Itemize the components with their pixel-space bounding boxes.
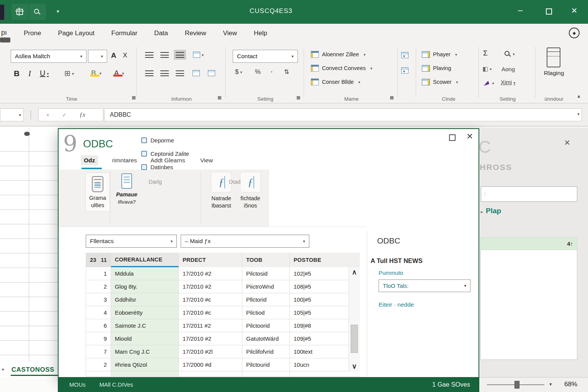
table-scrollbar[interactable]: ∧ ∨ — [348, 267, 360, 371]
font-size-combo[interactable]: ▾ — [88, 50, 107, 63]
enter-icon[interactable]: ✓ — [62, 112, 67, 118]
align-bottom-button[interactable] — [174, 50, 186, 60]
column-header-postobe[interactable]: POSTOBE — [290, 253, 360, 267]
zoom-slider-handle[interactable] — [514, 381, 519, 389]
table-row[interactable]: 4 Eoboerétty 17/2010 #c Pilctiod 105|#5 — [86, 306, 360, 319]
autosum-icon[interactable]: Σ — [483, 49, 488, 57]
table-row[interactable]: 2 #hriea Qtizol 17/2000 #d Pilctourid 10… — [86, 358, 360, 371]
cancel-icon[interactable]: × — [46, 112, 49, 118]
table-row[interactable]: 6 Saimote J.C 17/2011 #2 Pilctoorid 109|… — [86, 319, 360, 332]
align-middle-button[interactable] — [158, 50, 171, 60]
bold-button[interactable]: B — [14, 69, 20, 78]
dialog-tab-home[interactable]: Odz — [81, 155, 98, 165]
dialog-launcher-icon[interactable] — [218, 96, 221, 100]
manage-menu-item[interactable]: Datinbes — [141, 160, 189, 174]
shrink-font-button[interactable]: X — [123, 52, 127, 59]
percent-button[interactable]: % — [255, 68, 261, 76]
table-row[interactable]: 9 Mioold 17/2010 #2 GatutotWárd 109|#5 — [86, 332, 360, 345]
quick-access-dropdown-icon[interactable]: ▾ — [57, 8, 59, 14]
maximize-button[interactable] — [546, 8, 552, 15]
index-header[interactable]: 23 11 — [86, 253, 111, 267]
tab-formular[interactable]: Formular — [111, 29, 137, 37]
pane-search-input[interactable]: ∶ — [481, 186, 577, 202]
scroll-up-icon[interactable]: ∧ — [349, 268, 360, 276]
filter-combo-2[interactable]: – Maid ƒx ▾ — [181, 235, 309, 248]
table-row[interactable]: 3 Gddhilsr 17/2010 #c Pllctorid 100|#5 — [86, 293, 360, 306]
tab-help[interactable]: Help — [254, 29, 267, 37]
comma-style-button[interactable]: · — [270, 67, 273, 77]
refresh-preview-button[interactable]: Pamaue Ifivava? — [113, 173, 140, 206]
insert-function-icon[interactable]: ƒx — [80, 111, 85, 118]
minimize-button[interactable]: – — [515, 5, 526, 15]
decimal-buttons[interactable]: ⇅ — [284, 68, 289, 75]
dialog-launcher-icon[interactable] — [132, 96, 136, 100]
delete-cells-icon[interactable] — [401, 67, 408, 74]
preview-card-header[interactable]: 4↑ — [480, 237, 577, 250]
font-color-button[interactable]: A — [114, 69, 124, 77]
table-row[interactable]: 2 Glog 8ty. 17/2010 #2 PiictroWnd 108|#5 — [86, 280, 360, 293]
table-row[interactable]: 1 Mddula 17/2010 #2 Pilctosid 102|#5 — [86, 267, 360, 280]
align-left-button[interactable] — [143, 68, 155, 78]
clear-button[interactable] — [483, 80, 494, 87]
tab-view[interactable]: View — [223, 29, 237, 37]
close-load-button[interactable]: Grama ul6es — [85, 173, 110, 212]
dialog-tab-transform[interactable]: rimntares — [112, 157, 137, 164]
tab-review[interactable]: Review — [185, 29, 206, 37]
dialog-launcher-icon[interactable] — [297, 96, 300, 100]
share-card-icon[interactable] — [547, 47, 560, 67]
column-header-corerallance[interactable]: CORERALLANCE — [111, 253, 179, 267]
merge-center-button[interactable] — [205, 68, 217, 78]
align-right-button[interactable] — [174, 68, 186, 78]
dialog-maximize-button[interactable] — [449, 134, 456, 141]
column-header-toob[interactable]: TOOB — [242, 253, 290, 267]
orientation-button[interactable] — [190, 50, 207, 60]
tab-prone[interactable]: Prone — [24, 29, 41, 37]
wrap-text-button[interactable] — [190, 68, 202, 78]
insert-cells-icon[interactable] — [401, 52, 408, 58]
filter-combo-1[interactable]: Fllentacs ▾ — [86, 235, 177, 248]
number-format-combo[interactable]: Contact ▾ — [233, 50, 298, 63]
quick-access-search-button[interactable] — [29, 4, 46, 20]
fill-button[interactable]: ◧ — [482, 65, 492, 72]
table-row[interactable]: 7 Mam Cng J.C 17/2010 #2l Pilclifofvrid … — [86, 345, 360, 358]
conditional-formatting-button[interactable]: Aloenner Zillee — [311, 49, 366, 60]
font-name-combo[interactable]: Asllea Maltch ▾ — [11, 50, 87, 63]
advanced-editor-menu-item[interactable]: Ceptonid Zalite — [141, 147, 189, 160]
align-top-button[interactable] — [143, 50, 155, 60]
dialog-tab-view[interactable]: View — [200, 157, 213, 164]
close-button[interactable]: × — [569, 5, 580, 16]
quick-access-grid-button[interactable] — [11, 4, 28, 20]
manage-columns-button[interactable]: ƒ Natrade Ibasarst — [209, 172, 234, 209]
zoom-dropdown-icon[interactable]: ▾ — [549, 381, 552, 387]
share-button[interactable]: Rlaging — [537, 70, 570, 77]
name-box[interactable]: ▾ — [0, 108, 24, 121]
format-button[interactable]: Scower — [422, 77, 458, 87]
delete-button[interactable]: Plaving — [422, 63, 451, 74]
edit-link[interactable]: Eiteir · nedde — [379, 301, 414, 308]
format-as-table-button[interactable]: Convect Convees — [311, 63, 372, 74]
file-menu-fragment[interactable]: pı — [1, 29, 7, 37]
column-header-prdect[interactable]: PRDECT — [179, 253, 242, 267]
scrollbar-thumb[interactable] — [351, 325, 358, 353]
formula-input[interactable]: ADBBC — [104, 108, 582, 121]
align-center-button[interactable] — [158, 68, 171, 78]
pane-link-plap[interactable]: Plap — [486, 207, 501, 215]
share-circle-icon[interactable]: ◆ — [569, 28, 580, 38]
expand-formula-bar-icon[interactable]: ▾ — [577, 111, 580, 117]
expander-icon[interactable]: ▸ — [481, 209, 483, 214]
filter-button[interactable]: Ximi — [501, 79, 515, 85]
pane-close-icon[interactable]: × — [564, 137, 570, 149]
italic-button[interactable]: I — [28, 69, 31, 78]
zoom-percentage[interactable]: 68% — [564, 381, 577, 388]
query-name-combo[interactable]: TloO Tals: ▾ — [379, 279, 470, 292]
insert-button[interactable]: Phayer — [422, 49, 457, 60]
cell-styles-button[interactable]: Conser Bllde — [311, 77, 360, 87]
sheet-nav-caret-icon[interactable]: ▾ — [2, 367, 4, 372]
tab-page-layout[interactable]: Page Layout — [58, 29, 94, 37]
reduce-rows-button[interactable]: ƒ fIchtade i5nos — [238, 172, 263, 209]
sheet-tab-castonoss[interactable]: CASTONOSS — [11, 366, 54, 374]
dialog-launcher-icon[interactable] — [390, 96, 394, 100]
underline-button[interactable]: U — [40, 69, 49, 78]
borders-button[interactable]: ⊞ — [64, 69, 74, 78]
grow-font-button[interactable]: A — [111, 51, 116, 60]
